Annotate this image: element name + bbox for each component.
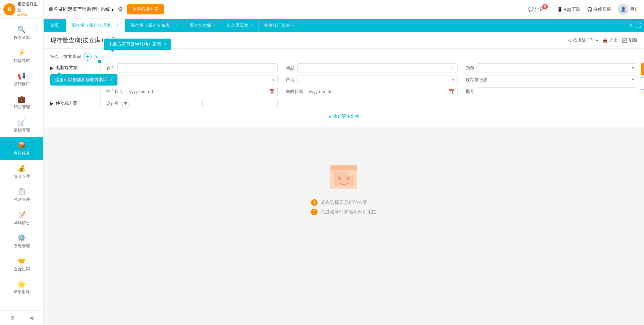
size-select[interactable]: ▾ [117, 75, 278, 84]
warehouse-label: 仓库 [106, 65, 115, 71]
print-dropdown-icon: ▾ [596, 38, 598, 43]
export-label: 导出 [609, 37, 618, 43]
collapse-sidebar-icon[interactable]: ◀ [29, 315, 33, 321]
newbie-icon: 🌟 [17, 280, 26, 288]
prod-date-calendar-icon[interactable]: 📅 [269, 89, 275, 94]
color-dropdown-icon: ▾ [632, 65, 634, 70]
sidebar-logo: 6 畅捷通好生意 标准版 [0, 0, 43, 19]
exp-date-input[interactable] [309, 89, 449, 94]
sidebar-item-label: 库存核算 [14, 151, 30, 156]
sidebar-item-label: 搜索菜单 [14, 35, 30, 41]
reset-button[interactable]: 设置 [641, 77, 644, 90]
scheme-desktop-item[interactable]: ▶ 电脑端方案 [50, 63, 96, 72]
tab-batch[interactable]: 库存批次账 × [184, 19, 221, 32]
sidebar-item-finance[interactable]: 💰 资金管理 [0, 160, 43, 183]
scheme-mobile-item[interactable]: ▶ 移动端方案 [50, 99, 96, 108]
tab-inventory-dist[interactable]: 现存量（库存分布表） × [125, 19, 184, 32]
tab-inout[interactable]: 出入库流水 × [221, 19, 259, 32]
tabbar-close-icon[interactable]: × [629, 22, 633, 29]
batch-label: 批号 [466, 89, 474, 95]
refresh-btn[interactable]: 🔄 刷新 [622, 37, 637, 43]
tab-batch-close-icon[interactable]: × [213, 23, 216, 28]
purchase-icon: 🛒 [17, 118, 26, 126]
dot-indicator [98, 60, 101, 63]
sidebar-item-label: 新手引导 [14, 289, 30, 295]
sidebar-item-marketing[interactable]: 📢 营销推广 [0, 68, 43, 91]
filter-back-icon[interactable]: ← [101, 54, 106, 59]
filter-add-scheme-button[interactable]: + [84, 53, 92, 61]
filter-batch: 批号 [466, 87, 637, 96]
settings-gear-icon[interactable]: ⚙ [118, 6, 123, 13]
inventory-icon: 📦 [17, 141, 26, 149]
tab-inventory-status-close-icon[interactable]: × [117, 23, 119, 28]
sidebar-item-search[interactable]: 🔍 搜索菜单 [0, 21, 43, 45]
sidebar-item-quicknav[interactable]: ⚡ 快捷导航 [0, 45, 43, 68]
stock-qty-max-input[interactable] [210, 99, 278, 108]
tooltip-desktop-to-mobile: 电脑方案可设为移动方案哦 × [104, 39, 171, 50]
trial-button[interactable]: 体验行业方案 [127, 4, 164, 14]
hint-text-1: 请先选择要分析的方案 [320, 200, 367, 206]
export-btn[interactable]: 📤 导出 [602, 37, 618, 43]
online-support-icon: 🎧 [587, 7, 592, 12]
tab-receive[interactable]: 收发存汇总表 × [259, 19, 300, 32]
stock-qty-min-input[interactable] [135, 99, 203, 108]
filter-action-buttons: 查询 设置 [641, 63, 644, 90]
filter-size: 尺码 ▾ [106, 75, 278, 84]
topbar-left: 装备及固定资产辅助管理系统 ▾ ⚙ 体验行业方案 [49, 4, 164, 14]
more-conditions-toggle[interactable]: ∧ 收起更多条件 [50, 111, 637, 123]
tooltip-2-close-icon[interactable]: × [110, 77, 113, 83]
stock-status-select[interactable]: ▾ [490, 75, 637, 84]
empty-hint-2: 2 用过滤条件来缩小分析范围 [311, 209, 377, 215]
prod-date-input-wrap[interactable]: 📅 [126, 87, 278, 96]
topbar: 装备及固定资产辅助管理系统 ▾ ⚙ 体验行业方案 💬 消息 6 📱 App下载 … [44, 0, 644, 19]
scheme-panel: ▶ 电脑端方案 这里可以创建和修改方案哦 × ▶ 移动端方案 [50, 63, 101, 108]
filter-section: 按以下方案查询 + ✎ ← 电脑方案可设为移动方案哦 × ▶ 电脑端方案 [44, 49, 644, 127]
exp-date-input-wrap[interactable]: 📅 [306, 87, 458, 96]
empty-hint-1: 1 请先选择要分析的方案 [311, 199, 377, 206]
tab-inout-close-icon[interactable]: × [251, 23, 253, 28]
origin-select[interactable]: ▾ [297, 75, 458, 84]
batch-input[interactable] [477, 87, 637, 96]
sidebar-item-system[interactable]: ⚙️ 系统管理 [0, 230, 43, 253]
exp-date-calendar-icon[interactable]: 📅 [449, 89, 454, 94]
tab-inventory-dist-close-icon[interactable]: × [176, 23, 178, 28]
scheme-desktop-label: 电脑端方案 [56, 65, 77, 71]
warehouse-select[interactable]: ··· [117, 63, 278, 72]
svg-point-4 [346, 177, 350, 180]
sidebar-item-basic[interactable]: 📝 基础信息 [0, 207, 43, 230]
color-select[interactable]: ▾ [477, 63, 637, 72]
sidebar-item-inventory[interactable]: 📦 库存核算 [0, 137, 43, 160]
sidebar-item-operations[interactable]: 📋 经营管理 [0, 183, 43, 207]
online-support-btn[interactable]: 🎧 在线客服 [587, 6, 611, 12]
tab-receive-close-icon[interactable]: × [292, 23, 294, 28]
filter-edit-icon[interactable]: ✎ [94, 54, 98, 59]
user-menu[interactable]: 👤 用户 [618, 4, 639, 15]
tabbar: 首页 现存量（库存状况表） × 现存量（库存分布表） × 库存批次账 × 出入库… [44, 19, 644, 32]
collab-icon: 🤝 [17, 257, 26, 265]
settings-bottom-icon[interactable]: ⚙ [10, 315, 15, 321]
sidebar-item-newbie[interactable]: 🌟 新手引导 [0, 276, 43, 299]
goods-select[interactable]: ··· [297, 63, 458, 72]
tab-inventory-status[interactable]: 现存量（库存状况表） × [66, 19, 125, 32]
sidebar-item-purchase[interactable]: 🛒 采购管理 [0, 114, 43, 137]
prod-date-input[interactable] [129, 89, 269, 94]
message-icon: 💬 [528, 7, 534, 12]
empty-illustration-svg [324, 156, 364, 193]
sidebar-bottom: ⚙ ◀ [0, 310, 43, 325]
filter-row-4: 现存量（主） — [106, 99, 637, 108]
app-download-btn[interactable]: 📱 App下载 [557, 6, 580, 12]
search-button[interactable]: 查询 [641, 63, 644, 75]
user-avatar: 👤 [618, 4, 629, 15]
tabbar-fullscreen-icon[interactable]: ⛶ [635, 22, 641, 29]
sidebar-item-collab[interactable]: 🤝 企业协同 [0, 253, 43, 276]
messages-btn[interactable]: 💬 消息 6 [528, 6, 550, 12]
svg-point-3 [338, 177, 341, 180]
filter-prod-date: 生产日期 📅 [106, 87, 278, 96]
system-name-dropdown[interactable]: 装备及固定资产辅助管理系统 ▾ [49, 6, 114, 12]
tab-home[interactable]: 首页 [44, 19, 66, 32]
sidebar-item-sales[interactable]: 💼 销售管理 [0, 91, 43, 114]
warehouse-more-icon: ··· [271, 65, 275, 70]
print-template-btn[interactable]: 🖨 按模板打印 ▾ [567, 37, 598, 43]
app-download-icon: 📱 [557, 7, 562, 12]
tooltip-1-close-icon[interactable]: × [164, 42, 166, 47]
